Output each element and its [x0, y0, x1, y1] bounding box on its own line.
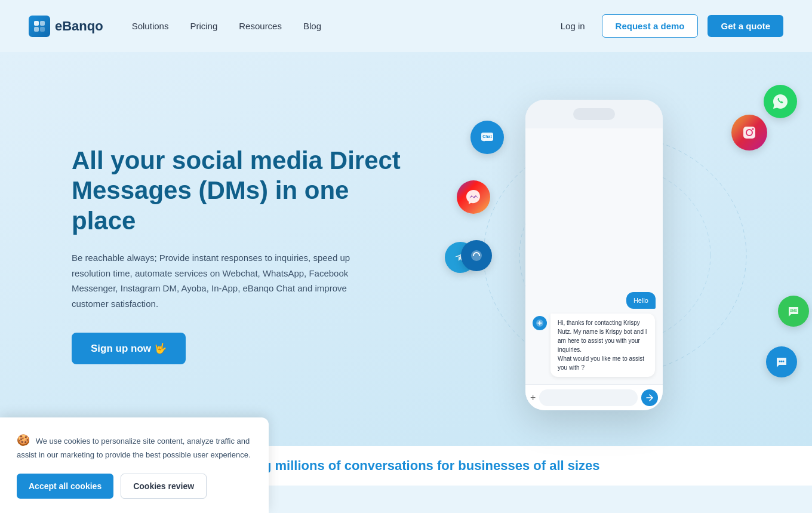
phone-screen: Hello Hi, thanks for contacting Krispy N… — [525, 128, 663, 384]
logo[interactable]: eBanqo — [29, 16, 103, 37]
svg-point-15 — [783, 361, 785, 363]
channel-ayoba-icon — [461, 240, 492, 271]
svg-rect-2 — [34, 27, 39, 32]
cookie-buttons: Accept all cookies Cookies review — [17, 474, 252, 499]
chat-message-user: Hello — [626, 292, 656, 309]
channel-instagram-icon — [731, 115, 767, 150]
svg-point-13 — [779, 361, 781, 363]
svg-point-11 — [752, 128, 754, 130]
svg-text:Chat: Chat — [482, 134, 492, 139]
phone-top-bar — [525, 100, 663, 128]
hero-visual: Hello Hi, thanks for contacting Krispy N… — [466, 88, 764, 422]
svg-text:SMS: SMS — [790, 309, 797, 312]
hero-title: All your social media Direct Messages (D… — [72, 146, 406, 236]
logo-icon — [29, 16, 50, 37]
channel-messenger-icon — [457, 180, 490, 214]
chat-message-bot: Hi, thanks for contacting Krispy Nutz. M… — [550, 314, 655, 377]
nav-resources[interactable]: Resources — [239, 21, 282, 31]
svg-point-14 — [781, 361, 783, 363]
login-button[interactable]: Log in — [553, 16, 592, 36]
nav-right: Log in Request a demo Get a quote — [553, 14, 783, 38]
channel-chat-icon: Chat — [470, 121, 504, 154]
phone-send-button[interactable] — [641, 389, 658, 406]
cookie-banner: 🍪 We use cookies to personalize site con… — [0, 417, 269, 513]
get-quote-button[interactable]: Get a quote — [708, 15, 783, 37]
phone-input-bar: + — [525, 384, 663, 410]
phone-input-placeholder[interactable] — [539, 389, 638, 406]
phone-notch — [573, 108, 615, 120]
cookie-emoji: 🍪 — [17, 434, 30, 446]
navbar: eBanqo Solutions Pricing Resources Blog … — [0, 0, 812, 52]
nav-pricing[interactable]: Pricing — [190, 21, 217, 31]
request-demo-button[interactable]: Request a demo — [602, 14, 699, 38]
hero-description: Be reachable always; Provide instant res… — [72, 250, 382, 311]
nav-solutions[interactable]: Solutions — [132, 21, 169, 31]
signup-button[interactable]: Sign up now 🤟 — [72, 333, 186, 364]
nav-blog[interactable]: Blog — [303, 21, 321, 31]
accept-cookies-button[interactable]: Accept all cookies — [17, 474, 113, 499]
brand-name: eBanqo — [55, 19, 103, 34]
nav-left: eBanqo Solutions Pricing Resources Blog — [29, 16, 321, 37]
channel-bubble-icon — [766, 346, 797, 377]
channel-whatsapp-icon — [764, 85, 797, 118]
channel-sms-icon: SMS — [778, 296, 809, 327]
review-cookies-button[interactable]: Cookies review — [121, 474, 207, 499]
svg-rect-0 — [34, 21, 39, 26]
svg-rect-3 — [40, 27, 45, 32]
cookie-message: 🍪 We use cookies to personalize site con… — [17, 432, 252, 462]
svg-rect-1 — [40, 21, 45, 26]
phone-plus-icon: + — [530, 392, 536, 403]
hero-text: All your social media Direct Messages (D… — [72, 146, 406, 364]
svg-point-12 — [471, 250, 482, 261]
phone-mockup: Hello Hi, thanks for contacting Krispy N… — [525, 100, 663, 410]
nav-links: Solutions Pricing Resources Blog — [132, 21, 321, 31]
bot-avatar — [533, 316, 547, 330]
bottom-banner-text: Powering millions of conversations for b… — [212, 458, 599, 474]
hero-section: All your social media Direct Messages (D… — [0, 52, 812, 446]
